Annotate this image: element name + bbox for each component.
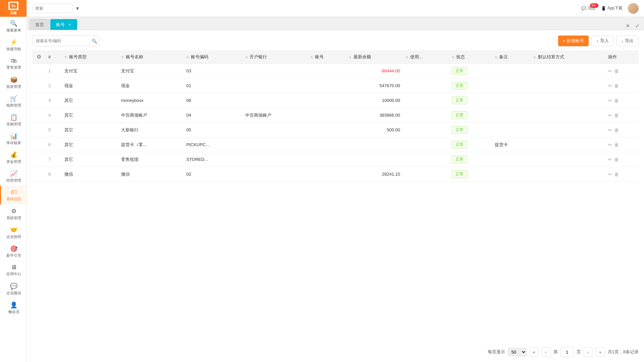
settings-icon[interactable]: ⚙ [37,54,41,60]
sidebar-item-member[interactable]: 👤 畅会员 [0,298,26,317]
col-default-settle[interactable]: ⇅ 默认结算方式 [531,50,605,64]
sort-code-icon: ⇅ [186,55,189,59]
tab-account[interactable]: 账号 ✕ [50,19,77,30]
row-usage [403,167,449,182]
row-num: 2 [46,78,62,93]
page-size-select[interactable]: 50 10 20 100 [508,348,527,356]
col-name[interactable]: ⇅ 账号名称 [118,50,184,64]
delete-button[interactable]: 🗑 [614,172,619,177]
delete-button[interactable]: 🗑 [614,98,619,103]
table-body: 1 支付宝 支付宝 03 -90444.00 正常 ✏ 🗑 2 现金 现 [32,64,639,182]
sidebar-item-search-menu[interactable]: 🔍 搜索菜单 [0,17,26,36]
search-menu-icon: 🔍 [10,20,17,27]
row-status: 正常 [449,123,492,137]
edit-button[interactable]: ✏ [608,172,612,177]
sidebar-item-quick-nav[interactable]: ⚡ 快捷导航 [0,36,26,54]
tab-close-account[interactable]: ✕ [68,22,71,27]
sidebar-item-capital-mgmt[interactable]: 💰 资金管理 [0,148,26,167]
sidebar-item-system-mgmt[interactable]: ⚙ 系统管理 [0,204,26,223]
sidebar-item-company-agreement-label: 企业协同 [6,234,21,239]
row-actions: ✏ 🗑 [605,167,639,182]
search-button[interactable]: 🔍 [90,36,99,46]
row-type: 其它 [62,137,118,152]
delete-button[interactable]: 🗑 [614,113,619,118]
col-account[interactable]: ⇅ 账号 [308,50,346,64]
col-code[interactable]: ⇅ 账号编码 [183,50,242,64]
total-info: 共1页，8条记录 [608,349,639,355]
sidebar-item-wholesale-mgmt-label: 批发管理 [6,84,21,89]
tab-home[interactable]: 首页 [30,19,50,30]
col-type[interactable]: ⇅ 账号类型 [62,50,118,64]
prev-page-button[interactable]: ‹ [541,347,551,357]
top-search-input[interactable] [32,4,72,13]
toolbar-right: + 新增账号 ↑ 导入 ↓ 导出 [558,36,639,46]
tab-maximize-button[interactable]: ⤢ [633,22,641,30]
export-button[interactable]: ↓ 导出 [616,36,639,46]
edit-button[interactable]: ✏ [608,68,612,74]
top-header: ▼ 💬 消息 99+ 📱 App下载 [27,0,644,17]
sidebar-item-company-wechat[interactable]: 💬 企业微信 [0,280,26,298]
system-mgmt-icon: ⚙ [11,207,16,215]
table-row: 6 其它 提货卡（零... PICKUPC... 正常 提货卡 ✏ 🗑 [32,137,639,152]
edit-button[interactable]: ✏ [608,113,612,118]
delete-button[interactable]: 🗑 [614,83,619,88]
sidebar-item-wholesale-mgmt[interactable]: 📦 批发管理 [0,73,26,92]
row-usage [403,78,449,93]
sidebar-item-beginner-guide[interactable]: 🎯 新手引导 [0,242,26,261]
col-settings[interactable]: ⚙ [32,50,46,64]
sidebar-item-retail-mgmt[interactable]: 🛍 零售管理 [0,54,26,73]
delete-button[interactable]: 🗑 [614,68,619,74]
retail-mgmt-icon: 🛍 [11,57,17,64]
sidebar-item-app-center[interactable]: 🖥 应用中心 [0,261,26,280]
row-default-settle [531,64,605,78]
search-input[interactable] [33,37,90,45]
dropdown-button[interactable]: ▼ [75,6,80,11]
delete-button[interactable]: 🗑 [614,157,619,162]
tab-close-window-button[interactable]: ✕ [624,22,632,30]
quick-nav-icon: ⚡ [10,39,17,46]
new-account-button[interactable]: + 新增账号 [558,36,589,46]
header-left: ▼ [32,4,80,13]
edit-button[interactable]: ✏ [608,157,612,162]
row-settings [32,93,46,108]
sidebar-item-company-agreement[interactable]: 🤝 企业协同 [0,223,26,242]
row-remark [492,152,531,167]
row-code: STORED... [183,152,242,167]
row-account [308,108,346,123]
col-remark[interactable]: ⇅ 备注 [492,50,531,64]
edit-button[interactable]: ✏ [608,127,612,133]
col-status[interactable]: ⇅ 状态 [449,50,492,64]
first-page-button[interactable]: « [529,347,539,357]
col-bank[interactable]: ⇅ 开户银行 [243,50,308,64]
row-name: 提货卡（零... [118,137,184,152]
sidebar-item-operations-mgmt[interactable]: 📈 经营管理 [0,167,26,186]
row-actions: ✏ 🗑 [605,108,639,123]
sidebar-item-ecommerce-mgmt[interactable]: 🛒 电商管理 [0,92,26,111]
app-download-button[interactable]: 📱 App下载 [601,5,623,11]
delete-button[interactable]: 🗑 [614,127,619,133]
next-page-button[interactable]: › [584,347,593,357]
sidebar-item-basic-info[interactable]: 🏷 基础信息 [0,186,26,204]
pagination: 每页显示 50 10 20 100 « ‹ 第 页 › » 共1页，8条记录 [32,343,639,357]
row-name: 微信 [118,167,184,182]
last-page-button[interactable]: » [596,347,605,357]
col-balance[interactable]: ⇅ 最新余额 [346,50,403,64]
sidebar-item-purchase-mgmt[interactable]: 📋 采购管理 [0,111,26,129]
sidebar-item-inventory[interactable]: 📊 库存核算 [0,129,26,148]
tab-account-label: 账号 [56,22,65,28]
message-button[interactable]: 💬 消息 99+ [581,5,596,11]
delete-button[interactable]: 🗑 [614,142,619,147]
action-buttons: ✏ 🗑 [608,113,636,118]
row-code: 04 [183,108,242,123]
edit-button[interactable]: ✏ [608,98,612,103]
edit-button[interactable]: ✏ [608,83,612,88]
sort-type-icon: ⇅ [64,55,67,59]
col-usage[interactable]: ⇅ 使用... [403,50,449,64]
page-number-input[interactable] [560,347,574,357]
row-num: 1 [46,64,62,78]
avatar[interactable] [628,3,639,14]
table-row: 3 其它 moneybosx 06 10000.00 正常 ✏ 🗑 [32,93,639,108]
row-settings [32,167,46,182]
import-button[interactable]: ↑ 导入 [591,36,614,46]
edit-button[interactable]: ✏ [608,142,612,147]
